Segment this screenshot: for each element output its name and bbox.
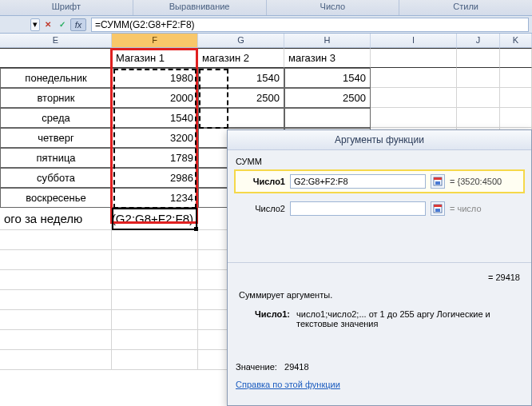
svg-rect-2 [435,181,440,185]
column-headers: E F G H I J K [0,34,532,48]
day-label[interactable]: среда [0,108,112,128]
ribbon-group-labels: Шрифт Выравнивание Число Стили [0,0,532,16]
table-row: среда 1540 [0,108,532,128]
arg-desc-text: число1;число2;... от 1 до 255 аргу Логич… [296,309,523,328]
col-head-f[interactable]: F [112,34,198,47]
day-label[interactable]: суббота [0,168,112,188]
ribbon-group-number[interactable]: Число [267,0,400,15]
result-value: Значение: 29418 [236,362,523,372]
col-head-i[interactable]: I [371,34,457,47]
ribbon-group-styles[interactable]: Стили [399,0,532,15]
cell[interactable]: 1540 [112,108,198,128]
cell[interactable] [371,68,457,88]
arg-desc-label: Число1: [239,309,296,328]
function-description: Суммирует аргументы. [236,289,523,308]
cell-k1[interactable] [500,48,532,68]
range-select-icon [433,204,443,213]
range-select-button[interactable] [431,174,445,189]
arg2-input[interactable] [290,201,426,216]
table-row: вторник 2000 2500 2500 [0,88,532,108]
cell-e1[interactable] [0,48,112,68]
day-label[interactable]: четверг [0,128,112,148]
namebox-dropdown-icon[interactable]: ▾ [30,18,40,31]
cell[interactable] [500,108,532,128]
svg-rect-1 [434,177,442,180]
cell[interactable] [500,88,532,108]
arg1-label: Число1 [239,177,285,186]
arg1-result: = {3520:4500 [450,177,502,186]
col-head-k[interactable]: K [500,34,532,47]
cell[interactable] [500,68,532,88]
function-name: СУММ [236,157,523,166]
help-link[interactable]: Справка по этой функции [236,380,340,389]
function-arguments-dialog[interactable]: Аргументы функции СУММ Число1 = {3520:45… [227,129,532,406]
ribbon-group-font[interactable]: Шрифт [0,0,133,15]
range-select-button[interactable] [431,201,445,216]
cell[interactable]: 1540 [198,68,284,88]
day-label[interactable]: пятница [0,148,112,168]
cell-j1[interactable] [457,48,500,68]
cell[interactable]: 2986 [112,168,198,188]
cell[interactable]: 1540 [284,68,371,88]
table-header-row: Магазин 1 магазин 2 магазин 3 [0,48,532,68]
svg-rect-4 [434,205,442,207]
interim-result: = 29418 [236,268,523,289]
ribbon-group-alignment[interactable]: Выравнивание [133,0,267,15]
table-row: понедельник 1980 1540 1540 [0,68,532,88]
cell-h1[interactable]: магазин 3 [284,48,371,68]
cell[interactable] [457,68,500,88]
cell-f1[interactable]: Магазин 1 [112,48,198,68]
arg2-result: = число [450,204,482,213]
col-head-g[interactable]: G [198,34,284,47]
total-label[interactable]: ого за неделю [0,208,112,230]
formula-bar: ▾ ✕ ✓ fx [0,16,532,34]
cancel-icon[interactable]: ✕ [42,18,54,31]
cell[interactable]: 1980 [112,68,198,88]
cell[interactable] [198,108,284,128]
col-head-h[interactable]: H [284,34,371,47]
cell[interactable] [457,108,500,128]
range-select-icon [433,177,443,186]
cell[interactable] [457,88,500,108]
cell[interactable]: 2500 [284,88,371,108]
formula-input[interactable] [91,18,529,32]
cell[interactable]: 3200 [112,128,198,148]
argument-row-2: Число2 = число [236,198,523,219]
dialog-title: Аргументы функции [228,130,531,150]
day-label[interactable]: вторник [0,88,112,108]
cell[interactable] [284,108,371,128]
argument-row-1: Число1 = {3520:4500 [236,171,523,192]
cell-formula[interactable]: Л(G2:G8+F2:F8) [112,208,198,230]
fx-button[interactable]: fx [70,18,86,31]
cell[interactable] [371,88,457,108]
cell[interactable]: 2000 [112,88,198,108]
day-label[interactable]: понедельник [0,68,112,88]
cell[interactable] [371,108,457,128]
divider [228,262,531,263]
arg1-input[interactable] [290,174,426,189]
argument-description: Число1: число1;число2;... от 1 до 255 ар… [236,308,523,341]
svg-rect-5 [435,209,440,212]
cell-g1[interactable]: магазин 2 [198,48,284,68]
col-head-e[interactable]: E [0,34,112,47]
cell[interactable]: 2500 [198,88,284,108]
day-label[interactable]: воскресенье [0,188,112,208]
cell[interactable]: 1234 [112,188,198,208]
col-head-j[interactable]: J [457,34,500,47]
arg2-label: Число2 [239,204,285,213]
cell-i1[interactable] [371,48,457,68]
accept-icon[interactable]: ✓ [56,18,69,31]
cell[interactable]: 1789 [112,148,198,168]
